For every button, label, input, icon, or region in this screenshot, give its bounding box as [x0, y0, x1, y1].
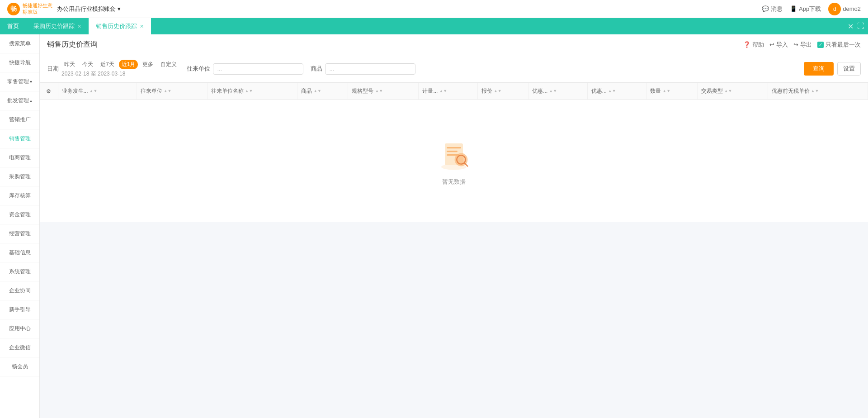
sidebar-item-inventory[interactable]: 库存核算 [0, 186, 39, 205]
company-select[interactable]: 办公用品行业模拟账套 ▾ [57, 5, 121, 13]
logo-text: 畅捷通好生意 标准版 [23, 3, 52, 14]
top-bar-right: 💬 消息 📱 App下载 d demo2 [762, 3, 861, 15]
inventory-label: 库存核算 [9, 192, 31, 199]
tab-sales[interactable]: 销售历史价跟踪 ✕ [89, 18, 151, 34]
date-opt-7days[interactable]: 近7天 [98, 60, 117, 69]
table-container: ⚙ 业务发生... ▲▼ 往来单位 [40, 83, 868, 100]
sidebar-item-sales-mgmt[interactable]: 销售管理 [0, 129, 39, 148]
tab-bar-right: ✕ ⛶ [844, 18, 868, 34]
col-product[interactable]: 商品 ▲▼ [297, 83, 348, 100]
purchase-tab-close[interactable]: ✕ [77, 24, 81, 29]
sidebar-item-basic[interactable]: 基础信息 [0, 243, 39, 262]
sidebar-item-marketing[interactable]: 营销推广 [0, 110, 39, 129]
purchase-label: 采购管理 [9, 173, 31, 180]
date-opt-more[interactable]: 更多 [140, 60, 156, 69]
date-label: 日期 [47, 65, 59, 73]
date-range-options: 昨天 今天 近7天 近1月 更多 自定义 [61, 60, 179, 69]
col-trade-type[interactable]: 交易类型 ▲▼ [697, 83, 768, 100]
partner-placeholder: ... [217, 66, 222, 72]
date-opt-today[interactable]: 今天 [80, 60, 96, 69]
export-btn[interactable]: ↪ 导出 [793, 41, 812, 49]
sidebar-item-system[interactable]: 系统管理 [0, 262, 39, 281]
filter-actions: 查询 设置 [804, 62, 861, 76]
table-area: ⚙ 业务发生... ▲▼ 往来单位 [40, 83, 868, 222]
date-opt-1month[interactable]: 近1月 [119, 60, 138, 69]
logo-area: 畅 畅捷通好生意 标准版 [7, 3, 52, 15]
col-settings[interactable]: ⚙ [40, 83, 58, 100]
col-partner-code[interactable]: 往来单位 ▲▼ [137, 83, 207, 100]
help-btn[interactable]: ❓ 帮助 [743, 41, 764, 49]
marketing-label: 营销推广 [9, 116, 31, 123]
page-content: 销售历史价查询 ❓ 帮助 ↩ 导入 ↪ 导出 ✓ 只看最后一次 [40, 34, 868, 418]
tab-bar: 首页 采购历史价跟踪 ✕ 销售历史价跟踪 ✕ ✕ ⛶ [0, 18, 868, 34]
only-last-checkbox[interactable]: ✓ 只看最后一次 [817, 41, 861, 49]
retail-label: 零售管理 [7, 78, 29, 86]
sidebar-item-ecommerce[interactable]: 电商管理 [0, 148, 39, 167]
col-spec[interactable]: 规格型号 ▲▼ [348, 83, 419, 100]
page-header: 销售历史价查询 ❓ 帮助 ↩ 导入 ↪ 导出 ✓ 只看最后一次 [40, 34, 868, 55]
date-options: 昨天 今天 近7天 近1月 更多 自定义 2023-02-18 至 2023-0… [61, 60, 179, 78]
query-button[interactable]: 查询 [804, 62, 834, 76]
sort-icon: ▲▼ [811, 89, 819, 93]
maximize-btn[interactable]: ⛶ [857, 22, 864, 30]
sort-icon: ▲▼ [313, 89, 321, 93]
content-area: 搜索菜单 快捷导航 零售管理 ▾ 批发管理 ▴ 营销推广 销售管理 电商管理 采… [0, 34, 868, 418]
avatar: d [828, 3, 841, 15]
top-bar-left: 畅 畅捷通好生意 标准版 办公用品行业模拟账套 ▾ [7, 3, 121, 15]
shortcut-label: 快捷导航 [9, 59, 31, 66]
member-label: 畅会员 [12, 363, 28, 370]
sidebar-item-enterprise[interactable]: 企业协同 [0, 281, 39, 300]
empty-text: 暂无数据 [442, 178, 466, 186]
sidebar-item-operations[interactable]: 经营管理 [0, 224, 39, 243]
operations-label: 经营管理 [9, 230, 31, 237]
col-quantity[interactable]: 数量 ▲▼ [646, 83, 697, 100]
partner-filter: 往来单位 ... [187, 63, 303, 75]
sidebar-item-app-center[interactable]: 应用中心 [0, 319, 39, 338]
sales-tab-close[interactable]: ✕ [140, 24, 144, 29]
checkbox-icon: ✓ [817, 42, 824, 48]
sort-icon: ▲▼ [439, 89, 447, 93]
message-icon: 💬 [762, 5, 769, 12]
data-table: ⚙ 业务发生... ▲▼ 往来单位 [40, 83, 868, 100]
close-all-tabs-btn[interactable]: ✕ [848, 22, 854, 31]
search-menu-label: 搜索菜单 [9, 40, 31, 47]
home-tab-label: 首页 [7, 22, 19, 30]
sidebar-item-retail[interactable]: 零售管理 ▾ [0, 72, 39, 91]
export-icon: ↪ [793, 41, 798, 48]
tab-home[interactable]: 首页 [0, 18, 26, 34]
sidebar-item-guide[interactable]: 新手引导 [0, 300, 39, 319]
col-discount1[interactable]: 优惠... ▲▼ [528, 83, 588, 100]
col-pretax-price[interactable]: 优惠前无税单价 ▲▼ [768, 83, 868, 100]
col-discount2[interactable]: 优惠... ▲▼ [587, 83, 646, 100]
partner-input[interactable]: ... [213, 63, 303, 75]
sidebar-item-wholesale[interactable]: 批发管理 ▴ [0, 91, 39, 110]
sidebar-item-member[interactable]: 畅会员 [0, 357, 39, 376]
sidebar-item-search[interactable]: 搜索菜单 [0, 34, 39, 53]
col-quote[interactable]: 报价 ▲▼ [477, 83, 528, 100]
sidebar-item-purchase[interactable]: 采购管理 [0, 167, 39, 186]
settings-button[interactable]: 设置 [837, 62, 861, 76]
col-biz-date[interactable]: 业务发生... ▲▼ [58, 83, 137, 100]
date-opt-custom[interactable]: 自定义 [158, 60, 179, 69]
col-partner-name[interactable]: 往来单位名称 ▲▼ [207, 83, 297, 100]
tab-purchase[interactable]: 采购历史价跟踪 ✕ [26, 18, 89, 34]
sidebar-item-wechat[interactable]: 企业微信 [0, 338, 39, 357]
wholesale-label: 批发管理 [7, 97, 29, 104]
sort-icon: ▲▼ [724, 89, 732, 93]
import-btn[interactable]: ↩ 导入 [769, 41, 788, 49]
sort-icon: ▲▼ [90, 89, 98, 93]
user-avatar-btn[interactable]: d demo2 [828, 3, 861, 15]
app-download-btn[interactable]: 📱 App下载 [790, 5, 821, 13]
sidebar: 搜索菜单 快捷导航 零售管理 ▾ 批发管理 ▴ 营销推广 销售管理 电商管理 采… [0, 34, 40, 418]
sidebar-item-shortcut[interactable]: 快捷导航 [0, 53, 39, 72]
product-input[interactable]: ... [325, 63, 415, 75]
partner-label: 往来单位 [187, 65, 210, 73]
ecommerce-label: 电商管理 [9, 154, 31, 161]
sidebar-item-finance[interactable]: 资金管理 [0, 205, 39, 224]
col-unit[interactable]: 计量... ▲▼ [419, 83, 478, 100]
date-filter: 日期 昨天 今天 近7天 近1月 更多 自定义 2023-02-18 至 202… [47, 60, 179, 78]
date-opt-yesterday[interactable]: 昨天 [61, 60, 78, 69]
message-btn[interactable]: 💬 消息 [762, 5, 783, 13]
product-placeholder: ... [329, 66, 334, 72]
sort-icon: ▲▼ [164, 89, 172, 93]
